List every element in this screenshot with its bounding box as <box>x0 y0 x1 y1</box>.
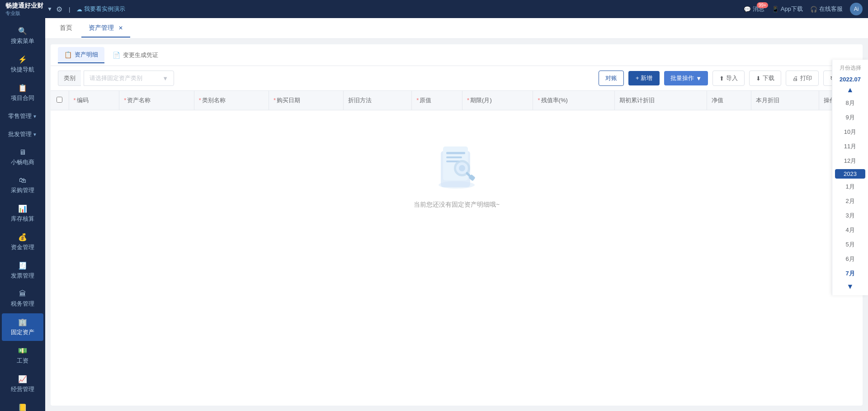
current-year-display: 2022.07 <box>832 75 868 84</box>
message-badge: 99+ <box>757 2 768 8</box>
print-btn[interactable]: 🖨 打印 <box>786 71 819 86</box>
svg-rect-3 <box>446 152 465 154</box>
wholesale-arrow-icon: ▼ <box>33 132 37 137</box>
sidebar-item-operations[interactable]: 📈 经营管理 <box>2 370 43 398</box>
app-name-block: 畅捷通好业财 专业版 <box>5 2 43 17</box>
th-checkbox <box>51 91 69 110</box>
settings-icon-btn[interactable]: ⚙ <box>56 5 62 14</box>
inventory-icon: 📊 <box>18 204 27 213</box>
th-original-value: *原值 <box>412 91 462 110</box>
import-btn[interactable]: ⬆ 导入 <box>712 71 745 86</box>
online-service-label: 在线客服 <box>819 5 843 13</box>
print-icon: 🖨 <box>793 75 798 82</box>
payroll-icon: 💵 <box>18 346 27 355</box>
change-voucher-tab-label: 变更生成凭证 <box>123 51 158 59</box>
ecom-icon: 🖥 <box>19 148 26 156</box>
month-item-3[interactable]: 3月 <box>832 208 868 223</box>
month-item-12[interactable]: 12月 <box>832 154 868 168</box>
online-service-btn[interactable]: 🎧 在线客服 <box>810 5 843 13</box>
svg-point-8 <box>459 165 465 171</box>
sidebar-item-project-contract[interactable]: 📋 项目合同 <box>2 79 43 107</box>
month-item-5[interactable]: 5月 <box>832 237 868 252</box>
sidebar-label-ecom: 小畅电商 <box>11 158 34 166</box>
print-label: 打印 <box>800 74 812 82</box>
month-item-10[interactable]: 10月 <box>832 125 868 139</box>
month-item-7[interactable]: 7月 <box>832 266 868 281</box>
retail-label: 零售管理 <box>8 112 32 120</box>
app-download-btn[interactable]: 📱 App下载 <box>772 5 803 13</box>
demo-text: 我要看实例演示 <box>84 5 125 13</box>
sidebar-label-operations: 经营管理 <box>11 385 34 393</box>
category-placeholder: 请选择固定资产类别 <box>90 74 160 82</box>
import-icon: ⬆ <box>719 75 724 82</box>
sub-tab-change-voucher[interactable]: 📄 变更生成凭证 <box>106 47 165 63</box>
user-avatar[interactable]: Ai <box>850 3 863 15</box>
month-item-6[interactable]: 6月 <box>832 252 868 266</box>
sidebar-item-search-menu[interactable]: 🔍 搜索菜单 <box>2 22 43 50</box>
asset-detail-tab-icon: 📋 <box>64 51 72 58</box>
sidebar-label-search-menu: 搜索菜单 <box>11 37 34 45</box>
category-select: 类别 请选择固定资产类别 ▼ <box>58 71 174 86</box>
sidebar-item-quick-nav[interactable]: ⚡ 快捷导航 <box>2 51 43 78</box>
table-header-row: *编码 *资产名称 *类别名称 *购买日期 <box>51 91 863 110</box>
table-wrapper: *编码 *资产名称 *类别名称 *购买日期 <box>51 91 863 406</box>
th-purchase-date: *购买日期 <box>269 91 344 110</box>
asset-table: *编码 *资产名称 *类别名称 *购买日期 <box>51 91 863 110</box>
purchase-icon: 🛍 <box>19 176 26 184</box>
sidebar-label-inventory: 库存核算 <box>11 215 34 223</box>
add-btn[interactable]: + 新增 <box>628 71 660 85</box>
sub-tabs: 📋 资产明细 📄 变更生成凭证 <box>51 44 863 66</box>
tab-asset-mgmt[interactable]: 资产管理 ✕ <box>81 19 130 38</box>
sidebar-item-inventory[interactable]: 📊 库存核算 <box>2 200 43 227</box>
wholesale-label: 批发管理 <box>8 130 32 138</box>
download-btn[interactable]: ⬇ 下载 <box>749 71 781 86</box>
sidebar-item-retail[interactable]: 零售管理 ▼ <box>2 108 43 125</box>
sidebar-item-ecom[interactable]: 🖥 小畅电商 <box>2 144 43 171</box>
inner-panel: 📋 资产明细 📄 变更生成凭证 类别 请选择固定资产类别 ▼ <box>51 44 863 406</box>
empty-text: 当前您还没有固定资产明细哦~ <box>414 201 500 209</box>
company-dropdown-btn[interactable]: ▼ <box>47 6 52 12</box>
demo-link[interactable]: ☁ 我要看实例演示 <box>76 5 125 13</box>
month-item-9[interactable]: 9月 <box>832 110 868 125</box>
month-down-arrow[interactable]: ▼ <box>845 281 856 293</box>
fund-icon: 💰 <box>18 233 27 241</box>
month-item-4[interactable]: 4月 <box>832 223 868 237</box>
th-accum-depr: 期初累计折旧 <box>614 91 707 110</box>
reconcile-btn[interactable]: 对账 <box>599 71 624 86</box>
sidebar-item-invoice[interactable]: 🧾 发票管理 <box>2 257 43 284</box>
tab-close-icon[interactable]: ✕ <box>118 25 123 31</box>
month-picker-panel: 月份选择 2022.07 ▲ 8月 9月 10月 11月 12月 2023 1月… <box>832 60 868 295</box>
sidebar-item-fixed-assets[interactable]: 🏢 固定资产 <box>2 313 43 341</box>
tab-asset-mgmt-label: 资产管理 <box>89 24 114 32</box>
fixed-assets-icon: 🏢 <box>18 318 27 326</box>
reconcile-label: 对账 <box>605 74 617 82</box>
select-all-checkbox[interactable] <box>57 97 62 103</box>
tab-home[interactable]: 首页 <box>52 19 80 38</box>
sidebar-item-payroll[interactable]: 💵 工资 <box>2 342 43 369</box>
month-item-1[interactable]: 1月 <box>832 180 868 194</box>
app-download-label: App下载 <box>781 5 803 13</box>
sidebar-item-tax[interactable]: 🏛 税务管理 <box>2 285 43 312</box>
app-subtitle: 专业版 <box>5 10 43 17</box>
month-item-2[interactable]: 2月 <box>832 194 868 208</box>
batch-arrow-icon: ▼ <box>696 75 702 82</box>
sub-tab-asset-detail[interactable]: 📋 资产明细 <box>58 47 104 63</box>
month-up-arrow[interactable]: ▲ <box>845 84 856 96</box>
sidebar-label-payroll: 工资 <box>17 357 28 365</box>
sidebar-item-wholesale[interactable]: 批发管理 ▼ <box>2 126 43 143</box>
sidebar-item-general-ledger[interactable]: 📒 总账管理 <box>2 399 43 411</box>
month-item-8[interactable]: 8月 <box>832 96 868 110</box>
ledger-icon: 📒 <box>18 403 27 411</box>
sidebar: 🔍 搜索菜单 ⚡ 快捷导航 📋 项目合同 零售管理 ▼ 批发管理 ▼ 🖥 小畅电… <box>0 18 45 411</box>
sidebar-item-fund[interactable]: 💰 资金管理 <box>2 228 43 256</box>
demo-icon: ☁ <box>76 6 82 13</box>
message-btn[interactable]: 💬 消息 99+ <box>744 5 764 13</box>
sidebar-label-quick-nav: 快捷导航 <box>11 66 34 74</box>
category-label: 类别 <box>58 71 81 86</box>
month-item-11[interactable]: 11月 <box>832 139 868 154</box>
sidebar-item-purchase[interactable]: 🛍 采购管理 <box>2 172 43 199</box>
category-dropdown[interactable]: 请选择固定资产类别 ▼ <box>84 71 174 86</box>
batch-btn[interactable]: 批量操作 ▼ <box>664 71 708 85</box>
top-bar: 畅捷通好业财 专业版 ▼ ⚙ | ☁ 我要看实例演示 💬 消息 99+ 📱 Ap… <box>0 0 868 18</box>
th-depr-method: 折旧方法 <box>344 91 412 110</box>
